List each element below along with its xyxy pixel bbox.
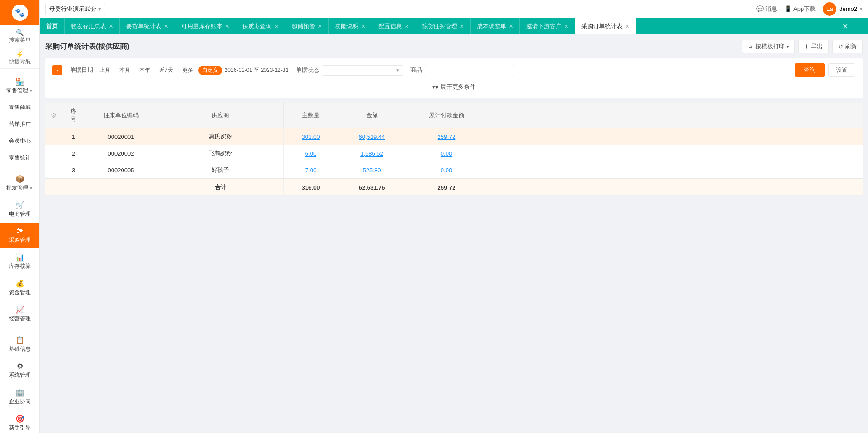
row-paid-cell[interactable]: 0.00: [406, 162, 487, 179]
sidebar-item-finance[interactable]: 💰 资金管理: [0, 275, 39, 301]
sidebar-item-purchase[interactable]: 🛍 采购管理: [0, 223, 39, 248]
row-no-cell: 1: [62, 128, 85, 145]
sidebar-item-newbie[interactable]: 🎯 新手引导: [0, 410, 39, 433]
sidebar-item-retail-stat[interactable]: 零售统计: [0, 149, 39, 166]
avatar: Ea: [823, 2, 836, 16]
sidebar-item-marketing[interactable]: 营销推广: [0, 116, 39, 133]
tabbar-actions: ✕ ⛶: [840, 20, 868, 33]
sidebar-item-enterprise[interactable]: 🏢 企业协同: [0, 384, 39, 410]
sidebar-item-search[interactable]: 🔍 搜索菜单: [0, 25, 39, 48]
sidebar-item-quick-nav[interactable]: ⚡ 快捷导航: [0, 48, 39, 69]
workspace-arrow-icon: ▾: [98, 5, 101, 12]
col-settings-header[interactable]: ⚙: [45, 103, 62, 128]
tab-picking-task[interactable]: 拣货任务管理 ✕: [415, 18, 471, 34]
close-icon[interactable]: ✕: [274, 24, 278, 29]
row-qty-cell[interactable]: 6.00: [284, 145, 338, 162]
settings-button[interactable]: 设置: [828, 63, 855, 77]
maximize-icon[interactable]: ⛶: [854, 20, 864, 32]
operations-icon: 📈: [15, 305, 24, 314]
data-table-wrap: ⚙ 序号 往来单位编码 供应商 主数量 金额 累计付款金额 1 00020001…: [45, 103, 863, 196]
divider: [4, 168, 36, 168]
sidebar-item-system[interactable]: ⚙ 系统管理: [0, 357, 39, 384]
shortcut-more[interactable]: 更多: [179, 66, 197, 75]
tab-shelf-life[interactable]: 保质期查询 ✕: [236, 18, 285, 34]
column-settings-icon[interactable]: ⚙: [51, 112, 57, 119]
tab-function-guide[interactable]: 功能说明 ✕: [329, 18, 372, 34]
footer-qty-cell: 316.00: [284, 179, 338, 196]
tab-purchase-summary[interactable]: 采购订单统计表 ✕: [575, 18, 636, 34]
shortcut-7days[interactable]: 近7天: [156, 66, 177, 75]
sidebar-item-ecommerce[interactable]: 🛒 电商管理: [0, 196, 39, 223]
sidebar-logo: 🐾: [0, 0, 39, 25]
close-icon[interactable]: ✕: [405, 24, 409, 29]
footer-code-cell: [85, 179, 157, 196]
footer-no-cell: [62, 179, 85, 196]
user-menu[interactable]: Ea demo2 ▾: [823, 2, 863, 16]
table-row[interactable]: 1 00020001 惠氏奶粉 303.00 60,519.44 259.72: [45, 128, 863, 145]
tab-receive-summary[interactable]: 收发存汇总表 ✕: [65, 18, 120, 34]
sidebar-item-inventory[interactable]: 📊 库存核算: [0, 248, 39, 275]
row-amount-cell[interactable]: 60,519.44: [338, 128, 406, 145]
close-icon[interactable]: ✕: [318, 24, 322, 29]
table-row[interactable]: 2 00020002 飞鹤奶粉 6.00 1,586.52 0.00: [45, 145, 863, 162]
refresh-icon: ↺: [838, 43, 843, 50]
status-select[interactable]: ▾: [322, 65, 403, 76]
shortcut-custom[interactable]: 自定义: [198, 66, 222, 75]
sidebar-item-retail[interactable]: 🏪 零售管理 ▼: [0, 73, 39, 99]
tab-config-info[interactable]: 配置信息 ✕: [372, 18, 415, 34]
close-icon[interactable]: ✕: [564, 24, 568, 29]
table-row[interactable]: 3 00020005 好孩子 7.00 525.80 0.00: [45, 162, 863, 179]
tab-available-inventory[interactable]: 可用量库存账本 ✕: [175, 18, 236, 34]
phone-icon: 📱: [784, 5, 792, 12]
goods-input[interactable]: [429, 67, 505, 74]
topbar: 母婴行业演示账套 ▾ 💬 消息 📱 App下载 Ea demo2 ▾: [40, 0, 868, 18]
col-qty-header: 主数量: [284, 103, 338, 128]
tab-cost-adjust[interactable]: 成本调整单 ✕: [471, 18, 520, 34]
close-all-tabs-icon[interactable]: ✕: [840, 20, 850, 33]
close-icon[interactable]: ✕: [509, 24, 513, 29]
message-button[interactable]: 💬 消息: [756, 5, 777, 13]
row-settings-cell: [45, 145, 62, 162]
export-button[interactable]: ⬇ 导出: [798, 40, 829, 53]
shortcut-this-year[interactable]: 本年: [136, 66, 154, 75]
tab-overstock-warning[interactable]: 超储预警 ✕: [285, 18, 329, 34]
row-code-cell: 00020002: [85, 145, 157, 162]
sidebar-item-operations[interactable]: 📈 经营管理: [0, 301, 39, 327]
sidebar-item-basics[interactable]: 📋 基础信息: [0, 331, 39, 357]
filter-toggle-button[interactable]: ›: [52, 65, 62, 75]
expand-more-button[interactable]: ▾▾ 展开更多条件: [52, 81, 855, 93]
tab-home[interactable]: 首页: [40, 18, 65, 34]
row-amount-cell[interactable]: 525.80: [338, 162, 406, 179]
row-supplier-cell: 惠氏奶粉: [157, 128, 284, 145]
sidebar-item-member[interactable]: 会员中心: [0, 133, 39, 149]
shortcut-this-month[interactable]: 本月: [116, 66, 134, 75]
tab-invite-downstream[interactable]: 邀请下游客户 ✕: [520, 18, 575, 34]
close-icon[interactable]: ✕: [625, 24, 629, 29]
sidebar-item-wholesale[interactable]: 📦 批发管理 ▼: [0, 170, 39, 196]
row-qty-cell[interactable]: 7.00: [284, 162, 338, 179]
print-button[interactable]: 🖨 按模板打印 ▾: [742, 40, 795, 53]
shortcut-last-month[interactable]: 上月: [96, 66, 114, 75]
close-icon[interactable]: ✕: [164, 24, 168, 29]
row-qty-cell[interactable]: 303.00: [284, 128, 338, 145]
refresh-button[interactable]: ↺ 刷新: [832, 40, 863, 53]
sidebar-item-retail-shop[interactable]: 零售商城: [0, 99, 39, 116]
wholesale-icon: 📦: [15, 175, 24, 183]
close-icon[interactable]: ✕: [361, 24, 365, 29]
footer-settings-cell: [45, 179, 62, 196]
app-download-button[interactable]: 📱 App下载: [784, 5, 816, 13]
close-icon[interactable]: ✕: [109, 24, 113, 29]
status-arrow-icon: ▾: [396, 67, 399, 73]
main-area: 母婴行业演示账套 ▾ 💬 消息 📱 App下载 Ea demo2 ▾ 首页: [40, 0, 868, 433]
tab-requisition-summary[interactable]: 要货单统计表 ✕: [120, 18, 175, 34]
workspace-selector[interactable]: 母婴行业演示账套 ▾: [45, 3, 105, 15]
close-icon[interactable]: ✕: [460, 24, 464, 29]
expand-icon: ▾▾: [432, 84, 439, 90]
goods-more-icon[interactable]: ···: [505, 67, 510, 74]
row-paid-cell[interactable]: 259.72: [406, 128, 487, 145]
row-amount-cell[interactable]: 1,586.52: [338, 145, 406, 162]
row-code-cell: 00020005: [85, 162, 157, 179]
query-button[interactable]: 查询: [795, 63, 825, 77]
row-paid-cell[interactable]: 0.00: [406, 145, 487, 162]
close-icon[interactable]: ✕: [225, 24, 229, 29]
